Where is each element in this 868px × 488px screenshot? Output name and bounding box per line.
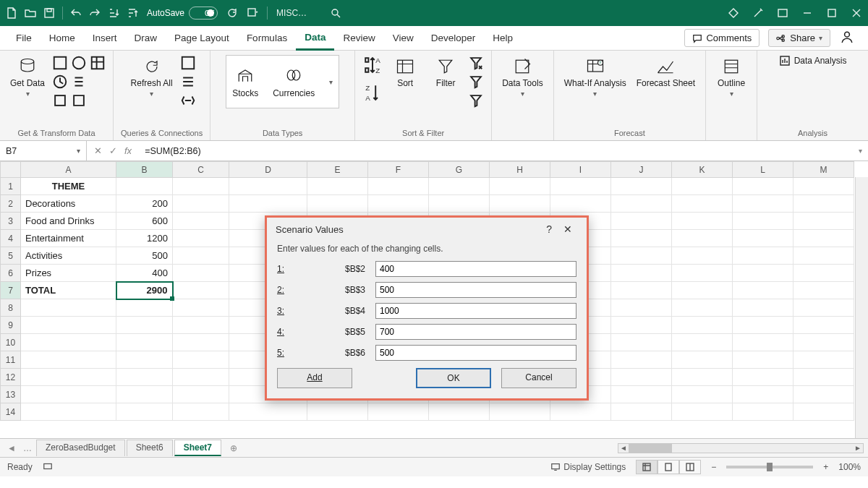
- tab-draw[interactable]: Draw: [126, 26, 166, 51]
- sheet-tab-sheet6[interactable]: Sheet6: [127, 440, 173, 456]
- macro-record-icon[interactable]: [43, 461, 53, 474]
- cell-B11[interactable]: [116, 351, 173, 369]
- col-header-G[interactable]: G: [429, 162, 490, 178]
- existing-conn-icon[interactable]: [71, 74, 87, 90]
- cell-A7[interactable]: TOTAL: [21, 282, 116, 299]
- cell-M12[interactable]: [793, 369, 854, 386]
- row-header-2[interactable]: 2: [1, 195, 21, 213]
- cell-J1[interactable]: [611, 178, 672, 195]
- cell-L1[interactable]: [733, 178, 793, 195]
- cell-I1[interactable]: [550, 178, 611, 195]
- advanced-filter-icon[interactable]: [468, 93, 484, 108]
- tab-developer[interactable]: Developer: [422, 26, 485, 51]
- source2-icon[interactable]: [71, 93, 87, 108]
- account-icon[interactable]: [833, 30, 861, 46]
- tab-view[interactable]: View: [384, 26, 422, 51]
- cell-C13[interactable]: [173, 386, 229, 403]
- close-icon[interactable]: [851, 7, 862, 19]
- col-header-J[interactable]: J: [611, 162, 672, 178]
- cell-H2[interactable]: [490, 195, 550, 213]
- col-header-B[interactable]: B: [116, 162, 173, 178]
- cell-K14[interactable]: [672, 403, 733, 421]
- cell-B10[interactable]: [116, 334, 173, 351]
- source-icon[interactable]: [52, 93, 68, 108]
- cell-K7[interactable]: [672, 282, 733, 299]
- cell-J4[interactable]: [611, 230, 672, 247]
- name-box[interactable]: B7▾: [0, 141, 87, 160]
- cell-A6[interactable]: Prizes: [21, 265, 116, 282]
- cell-G14[interactable]: [429, 403, 490, 421]
- cell-C7[interactable]: [173, 282, 229, 299]
- row-header-8[interactable]: 8: [1, 299, 21, 317]
- cell-B2[interactable]: 200: [116, 195, 173, 213]
- share-button[interactable]: Share ▾: [768, 29, 830, 47]
- col-header-K[interactable]: K: [672, 162, 733, 178]
- cell-C5[interactable]: [173, 247, 229, 265]
- wand-icon[interactable]: [752, 7, 764, 19]
- cell-F14[interactable]: [368, 403, 429, 421]
- normal-view-icon[interactable]: [636, 460, 658, 474]
- save-dropdown-icon[interactable]: [247, 7, 258, 19]
- row-header-6[interactable]: 6: [1, 265, 21, 282]
- col-header-M[interactable]: M: [793, 162, 854, 178]
- cell-B13[interactable]: [116, 386, 173, 403]
- cell-L7[interactable]: [733, 282, 793, 299]
- from-text-icon[interactable]: [52, 55, 68, 71]
- cell-B6[interactable]: 400: [116, 265, 173, 282]
- cell-L12[interactable]: [733, 369, 793, 386]
- col-header-C[interactable]: C: [173, 162, 229, 178]
- cell-E14[interactable]: [307, 403, 368, 421]
- cell-L6[interactable]: [733, 265, 793, 282]
- cell-L9[interactable]: [733, 317, 793, 334]
- cell-B4[interactable]: 1200: [116, 230, 173, 247]
- clear-filter-icon[interactable]: [468, 55, 484, 71]
- cell-K9[interactable]: [672, 317, 733, 334]
- add-button[interactable]: Add: [277, 368, 352, 388]
- cell-L13[interactable]: [733, 386, 793, 403]
- whatif-button[interactable]: ? What-If Analysis▾: [561, 55, 629, 99]
- save-icon[interactable]: [43, 7, 55, 19]
- from-table-icon[interactable]: [90, 55, 106, 71]
- sort-za-icon[interactable]: ZA: [362, 82, 383, 103]
- cell-A13[interactable]: [21, 386, 116, 403]
- enter-formula-icon[interactable]: ✓: [109, 145, 117, 156]
- cell-M3[interactable]: [793, 213, 854, 230]
- cell-H1[interactable]: [490, 178, 550, 195]
- row-header-14[interactable]: 14: [1, 403, 21, 421]
- cell-B12[interactable]: [116, 369, 173, 386]
- refresh-all-button[interactable]: Refresh All▾: [128, 55, 176, 99]
- forecast-sheet-button[interactable]: Forecast Sheet: [634, 55, 698, 90]
- scenario-value-input-4[interactable]: [375, 324, 576, 340]
- zoom-level[interactable]: 100%: [838, 462, 861, 472]
- data-analysis-button[interactable]: Data Analysis: [779, 55, 847, 67]
- cell-B5[interactable]: 500: [116, 247, 173, 265]
- sort-asc-icon[interactable]: [108, 7, 119, 19]
- row-header-5[interactable]: 5: [1, 247, 21, 265]
- zoom-out-icon[interactable]: −: [711, 462, 716, 472]
- comments-button[interactable]: Comments: [684, 29, 760, 47]
- cancel-button[interactable]: Cancel: [501, 368, 576, 388]
- outline-button[interactable]: Outline▾: [713, 55, 749, 99]
- cell-M5[interactable]: [793, 247, 854, 265]
- sheet-tab-zerobasedbudget[interactable]: ZeroBasedBudget: [36, 440, 125, 456]
- scenario-value-input-3[interactable]: [375, 303, 576, 319]
- cell-L4[interactable]: [733, 230, 793, 247]
- cell-C1[interactable]: [173, 178, 229, 195]
- refresh-icon[interactable]: [226, 7, 238, 19]
- col-header-D[interactable]: D: [229, 162, 307, 178]
- cell-B9[interactable]: [116, 317, 173, 334]
- diamond-icon[interactable]: [728, 7, 739, 19]
- sort-desc-icon[interactable]: [127, 7, 138, 19]
- cell-B7[interactable]: 2900: [116, 282, 173, 299]
- col-header-I[interactable]: I: [550, 162, 611, 178]
- display-settings-button[interactable]: Display Settings: [550, 462, 626, 472]
- cell-C12[interactable]: [173, 369, 229, 386]
- cell-A9[interactable]: [21, 317, 116, 334]
- cell-J2[interactable]: [611, 195, 672, 213]
- cell-C6[interactable]: [173, 265, 229, 282]
- cell-M9[interactable]: [793, 317, 854, 334]
- cell-B14[interactable]: [116, 403, 173, 421]
- tab-data[interactable]: Data: [296, 26, 334, 51]
- cell-J3[interactable]: [611, 213, 672, 230]
- cell-L3[interactable]: [733, 213, 793, 230]
